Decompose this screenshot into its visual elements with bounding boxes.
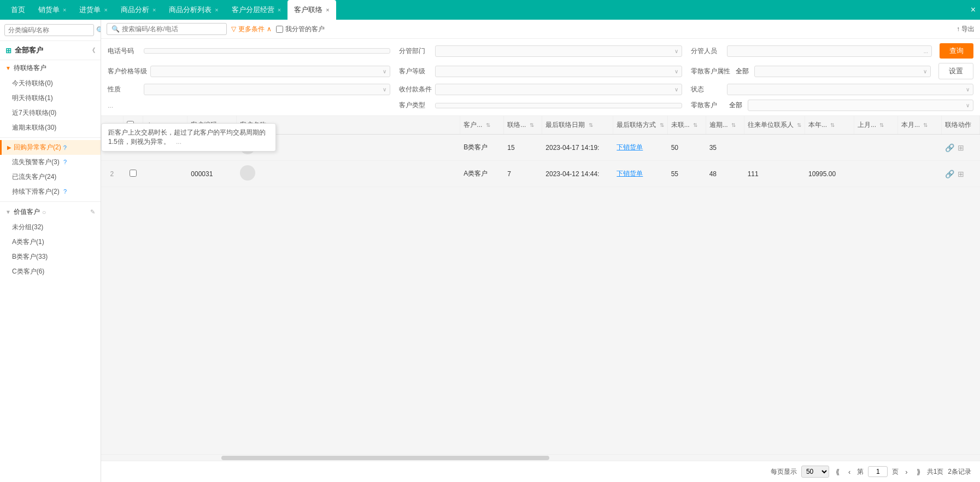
sidebar-item-repurchase-anomaly[interactable]: ▶ 回购异常客户(2) ? (0, 140, 101, 155)
nav-customer-tier[interactable]: 客户分层经营 × (225, 0, 287, 20)
page-label: 页 (892, 467, 899, 477)
sidebar-search-button[interactable]: 🔍 (96, 26, 101, 34)
sidebar-item-tomorrow[interactable]: 明天待联络(1) (0, 91, 101, 106)
toolbar-search-input[interactable] (122, 25, 222, 33)
th-type[interactable]: 客户... ⇅ (460, 116, 504, 135)
gender-select[interactable]: ∨ (144, 84, 390, 95)
row-2-message-icon[interactable]: 🔗 (945, 170, 954, 178)
active-indicator: ▶ (7, 144, 11, 150)
close-product-analysis-icon[interactable]: × (152, 7, 156, 13)
row-1-message-icon[interactable]: 🔗 (945, 143, 954, 152)
row-2-year: 10995.00 (805, 161, 854, 187)
payment-dropdown-icon: ∨ (674, 86, 678, 92)
prev-page-button[interactable]: ‹ (846, 467, 853, 477)
th-unread[interactable]: 未联... ⇅ (667, 116, 706, 135)
retail-attr-select[interactable]: ∨ (754, 66, 931, 77)
customer-grade-select[interactable]: ∨ (435, 66, 682, 77)
th-action: 联络动作 (942, 116, 980, 135)
close-customer-tier-icon[interactable]: × (278, 7, 281, 13)
nav-purchase-order[interactable]: 进货单 × (73, 0, 114, 20)
close-all-tabs-button[interactable]: × (971, 5, 976, 15)
sidebar-item-ungrouped[interactable]: 未分组(32) (0, 220, 101, 235)
last-page-button[interactable]: ⟫ (914, 467, 923, 477)
year-sort-icon: ⇅ (830, 122, 835, 128)
filter-row-manager: 分管人员 ... 查询 (691, 43, 973, 59)
manager-select[interactable]: ... (727, 45, 932, 57)
my-customer-checkbox[interactable] (276, 26, 283, 33)
sidebar-pending-header[interactable]: ▼ 待联络客户 (0, 60, 101, 76)
nav-sales-order[interactable]: 销货单 × (32, 0, 73, 20)
nav-customer-contact[interactable]: 客户联络 × (287, 0, 336, 20)
row-1-grid-icon[interactable]: ⊞ (958, 143, 964, 152)
row-2-check[interactable] (123, 161, 143, 187)
sidebar-item-declining[interactable]: 持续下滑客户(2) ? (0, 184, 101, 199)
th-this-month[interactable]: 本月... ⇅ (898, 116, 942, 135)
gender-dropdown-icon: ∨ (383, 86, 386, 92)
nav-product-analysis-list[interactable]: 商品分析列表 × (162, 0, 225, 20)
horizontal-scrollbar[interactable] (101, 454, 980, 461)
sidebar-collapse-icon[interactable]: 《 (89, 47, 95, 55)
phone-input[interactable] (144, 48, 390, 54)
my-customer-checkbox-label[interactable]: 我分管的客户 (276, 25, 325, 34)
th-last-month[interactable]: 上月... ⇅ (854, 116, 898, 135)
set-button[interactable]: 设置 (938, 63, 973, 79)
tooltip-ellipsis[interactable]: ... (176, 138, 181, 146)
sidebar: 🔍 ⊞ 全部客户 《 ▼ 待联络客户 今天待联络(0) 明天待联络(1) 近7天… (0, 20, 101, 482)
close-sales-order-icon[interactable]: × (63, 7, 66, 13)
nav-home[interactable]: 首页 (4, 0, 32, 20)
per-page-select[interactable]: 50 100 200 (801, 466, 829, 478)
payment-label: 收付款条件 (399, 85, 432, 94)
more-filter-button[interactable]: ▽ 更多条件 ∧ (231, 25, 272, 34)
sidebar-item-b-class[interactable]: B类客户(33) (0, 249, 101, 264)
export-icon: ↑ (956, 25, 960, 33)
scrollbar-thumb[interactable] (221, 456, 549, 460)
row-2-way[interactable]: 下销货单 (613, 161, 667, 187)
query-button[interactable]: 查询 (940, 43, 973, 59)
content-area: 🔍 ▽ 更多条件 ∧ 我分管的客户 ↑ 导出 电话号码 (101, 20, 980, 482)
th-last-contact-way[interactable]: 最后联络方式 ⇅ (613, 116, 667, 135)
th-overdue[interactable]: 逾期... ⇅ (706, 116, 744, 135)
status-dropdown-icon: ∨ (966, 86, 970, 92)
customer-type-select[interactable] (435, 103, 682, 108)
payment-select[interactable]: ∨ (435, 84, 682, 95)
row-1-way[interactable]: 下销货单 (613, 135, 667, 161)
sidebar-item-7days[interactable]: 近7天待联络(0) (0, 106, 101, 120)
next-page-button[interactable]: › (903, 467, 909, 477)
sidebar-search-area: 🔍 (0, 20, 101, 41)
sidebar-search-input[interactable] (4, 24, 94, 36)
close-product-analysis-list-icon[interactable]: × (215, 7, 218, 13)
repurchase-help-icon[interactable]: ? (63, 144, 67, 151)
row-2-checkbox[interactable] (130, 170, 137, 177)
sidebar-item-lost-warning[interactable]: 流失预警客户(3) ? (0, 155, 101, 170)
close-purchase-order-icon[interactable]: × (104, 7, 107, 13)
sidebar-item-overdue[interactable]: 逾期未联络(30) (0, 120, 101, 135)
close-customer-contact-icon[interactable]: × (326, 7, 329, 13)
price-grade-select[interactable]: ∨ (150, 66, 390, 77)
page-label-before: 第 (857, 467, 864, 477)
value-group-person-icon[interactable]: ○ (42, 208, 46, 216)
first-page-button[interactable]: ⟪ (834, 467, 842, 477)
retail-customer-select[interactable]: ∨ (748, 100, 973, 111)
lost-help-icon[interactable]: ? (63, 159, 67, 165)
row-2-grid-icon[interactable]: ⊞ (958, 170, 964, 178)
row-1-type: B类客户 (460, 135, 504, 161)
declining-help-icon[interactable]: ? (63, 188, 67, 195)
th-last-contact-date[interactable]: 最后联络日期 ⇅ (542, 116, 613, 135)
dept-select[interactable]: ∨ (435, 45, 682, 57)
th-contact[interactable]: 联络... ⇅ (504, 116, 542, 135)
page-number-input[interactable] (868, 466, 888, 477)
th-year[interactable]: 本年... ⇅ (805, 116, 854, 135)
export-button[interactable]: ↑ 导出 (956, 25, 975, 34)
nav-product-analysis[interactable]: 商品分析 × (114, 0, 162, 20)
sidebar-item-a-class[interactable]: A类客户(1) (0, 235, 101, 249)
sidebar-item-today[interactable]: 今天待联络(0) (0, 76, 101, 91)
row-2-code: 000031 (187, 161, 237, 187)
value-group-edit-icon[interactable]: ✎ (90, 208, 95, 216)
th-partner[interactable]: 往来单位联系人 ⇅ (744, 116, 805, 135)
sidebar-value-group-header[interactable]: ▼ 价值客户 ○ ✎ (0, 204, 101, 220)
sidebar-item-c-class[interactable]: C类客户(6) (0, 264, 101, 279)
sidebar-all-customers-header[interactable]: ⊞ 全部客户 《 (0, 41, 101, 60)
filter-expand-icon: ∧ (267, 25, 272, 33)
sidebar-item-already-lost[interactable]: 已流失客户(24) (0, 170, 101, 184)
status-select[interactable]: ∨ (727, 84, 973, 95)
